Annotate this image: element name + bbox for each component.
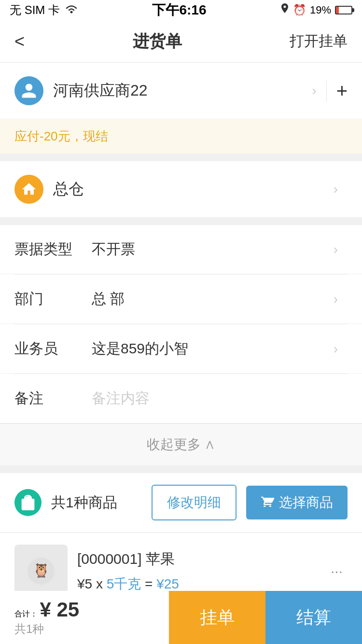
select-goods-icon (261, 495, 274, 510)
battery-percent: 19% (310, 4, 331, 16)
salesperson-chevron-icon: › (334, 341, 338, 357)
goods-icon (14, 489, 42, 516)
supplier-name: 河南供应商22 (53, 80, 312, 101)
department-row[interactable]: 部门 总 部 › (0, 275, 362, 324)
product-total-price: ¥25 (156, 576, 179, 591)
salesperson-label: 业务员 (14, 339, 82, 359)
product-name: [0000001] 苹果 (77, 549, 316, 569)
warehouse-chevron-icon: › (334, 182, 338, 197)
ticket-type-value: 不开票 (92, 239, 334, 259)
supplier-avatar (14, 76, 43, 105)
product-multiply: x (96, 576, 107, 591)
nav-bar: < 进货单 打开挂单 (0, 20, 362, 63)
product-price: ¥5 x 5千克 = ¥25 (77, 575, 316, 593)
department-value: 总 部 (92, 289, 334, 309)
remark-row[interactable]: 备注 备注内容 (0, 374, 362, 423)
ticket-type-label: 票据类型 (14, 239, 82, 259)
count-label: 共1种 (14, 621, 154, 637)
alarm-icon: ⏰ (293, 4, 306, 16)
goods-header: 共1种商品 修改明细 选择商品 (0, 473, 362, 532)
remark-placeholder: 备注内容 (92, 389, 348, 408)
product-title: 苹果 (146, 551, 175, 567)
product-more-button[interactable]: ··· (326, 558, 348, 584)
total-row: 合计： ¥ 25 (14, 598, 154, 621)
select-goods-label: 选择商品 (279, 493, 333, 512)
supplier-section: 河南供应商22 › + 应付-20元，现结 (0, 63, 362, 154)
warehouse-row[interactable]: 总仓 › (0, 161, 362, 217)
department-chevron-icon: › (334, 292, 338, 307)
salesperson-row[interactable]: 业务员 这是859的小智 › (0, 324, 362, 374)
carrier-label: 无 SIM 卡 (10, 2, 60, 18)
total-label: 合计： (14, 610, 38, 618)
add-supplier-button[interactable]: + (326, 80, 348, 102)
settle-button[interactable]: 结算 (265, 591, 362, 644)
select-goods-button[interactable]: 选择商品 (246, 486, 348, 519)
supplier-chevron-icon: › (312, 83, 316, 98)
form-group: 票据类型 不开票 › 部门 总 部 › 业务员 这是859的小智 › 备注 备注… (0, 225, 362, 465)
status-left: 无 SIM 卡 (10, 2, 78, 18)
product-equals: = (145, 576, 156, 591)
goods-section: 共1种商品 修改明细 选择商品 (0, 473, 362, 532)
warehouse-icon (14, 175, 43, 204)
ticket-type-chevron-icon: › (334, 242, 338, 257)
wifi-icon (65, 3, 78, 17)
supplier-row[interactable]: 河南供应商22 › + (0, 63, 362, 119)
open-pending-button[interactable]: 打开挂单 (290, 31, 348, 51)
bottom-bar: 合计： ¥ 25 共1种 挂单 结算 (0, 591, 362, 644)
edit-detail-button[interactable]: 修改明细 (152, 485, 237, 520)
total-amount: ¥ 25 (40, 598, 79, 621)
product-unit-price: ¥5 (77, 576, 92, 591)
goods-count: 共1种商品 (51, 493, 142, 513)
collapse-toggle[interactable]: 收起更多 ∧ (0, 423, 362, 465)
product-info: [0000001] 苹果 ¥5 x 5千克 = ¥25 (77, 549, 316, 593)
remark-label: 备注 (14, 389, 82, 408)
hang-order-button[interactable]: 挂单 (169, 591, 265, 644)
department-label: 部门 (14, 289, 82, 309)
status-bar: 无 SIM 卡 下午6:16 ⏰ 19% (0, 0, 362, 20)
ticket-type-row[interactable]: 票据类型 不开票 › (0, 225, 362, 274)
back-button[interactable]: < (14, 31, 25, 52)
page-title: 进货单 (133, 30, 182, 53)
battery-icon (335, 6, 352, 14)
product-code: [0000001] (77, 551, 141, 567)
status-right: ⏰ 19% (280, 3, 352, 17)
svg-text:🦉: 🦉 (33, 562, 50, 578)
warehouse-name: 总仓 (53, 179, 334, 200)
main-content: 河南供应商22 › + 应付-20元，现结 总仓 › 票据类型 不开票 › 部门… (0, 63, 362, 644)
product-thumbnail: 🦉 (14, 545, 68, 598)
status-time: 下午6:16 (152, 1, 206, 19)
location-icon (280, 3, 289, 17)
total-section: 合计： ¥ 25 共1种 (0, 598, 169, 637)
salesperson-value: 这是859的小智 (92, 339, 334, 359)
product-quantity: 5千克 (107, 576, 141, 591)
supplier-notice: 应付-20元，现结 (0, 119, 362, 154)
svg-point-0 (70, 11, 73, 14)
